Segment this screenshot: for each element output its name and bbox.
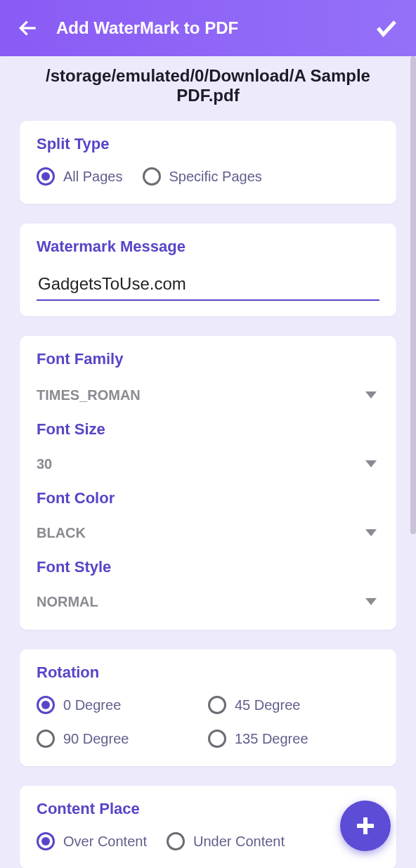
add-fab-button[interactable]	[340, 801, 391, 851]
confirm-check-icon[interactable]	[374, 15, 399, 41]
app-header: Add WaterMark to PDF	[0, 0, 416, 56]
radio-unselected-icon	[37, 730, 55, 748]
svg-marker-4	[365, 598, 377, 605]
watermark-message-card: Watermark Message	[20, 224, 396, 316]
scrollbar-thumb[interactable]	[410, 56, 416, 534]
back-arrow-icon[interactable]	[17, 17, 39, 39]
chevron-down-icon	[363, 593, 379, 610]
radio-specific-pages[interactable]: Specific Pages	[143, 167, 262, 186]
radio-under-content-label: Under Content	[193, 834, 285, 850]
font-card: Font Family TIMES_ROMAN Font Size 30 Fon…	[20, 336, 396, 630]
content-scroll: /storage/emulated/0/Download/A Sample PD…	[0, 56, 416, 868]
radio-rotation-45[interactable]: 45 Degree	[208, 696, 367, 714]
radio-rotation-90-label: 90 Degree	[63, 731, 129, 747]
split-type-title: Split Type	[37, 135, 379, 153]
file-path-label: /storage/emulated/0/Download/A Sample PD…	[0, 56, 416, 121]
radio-selected-icon	[37, 167, 55, 186]
radio-under-content[interactable]: Under Content	[167, 832, 285, 850]
radio-unselected-icon	[208, 696, 226, 714]
svg-marker-1	[365, 391, 377, 399]
content-place-title: Content Place	[37, 800, 379, 818]
font-size-dropdown[interactable]: 30	[37, 451, 379, 485]
page-title: Add WaterMark to PDF	[56, 18, 357, 38]
radio-rotation-0-label: 0 Degree	[63, 697, 121, 713]
radio-rotation-135-label: 135 Degree	[235, 731, 308, 747]
rotation-card: Rotation 0 Degree 45 Degree 90 Degree 13…	[20, 649, 396, 766]
font-style-value: NORMAL	[37, 594, 98, 610]
chevron-down-icon	[363, 524, 379, 541]
radio-unselected-icon	[208, 730, 226, 748]
scrollbar-track	[409, 56, 416, 868]
font-size-value: 30	[37, 456, 52, 472]
rotation-title: Rotation	[37, 663, 379, 682]
watermark-message-input[interactable]	[37, 270, 379, 301]
font-family-title: Font Family	[37, 350, 379, 368]
radio-rotation-90[interactable]: 90 Degree	[37, 730, 195, 748]
radio-unselected-icon	[167, 832, 185, 850]
font-style-dropdown[interactable]: NORMAL	[37, 589, 379, 614]
font-style-title: Font Style	[37, 558, 379, 576]
font-color-value: BLACK	[37, 525, 86, 541]
chevron-down-icon	[363, 455, 379, 472]
radio-over-content-label: Over Content	[63, 834, 147, 850]
svg-marker-2	[365, 460, 377, 467]
radio-unselected-icon	[143, 167, 161, 186]
svg-marker-3	[365, 529, 377, 536]
radio-rotation-0[interactable]: 0 Degree	[37, 696, 195, 714]
radio-over-content[interactable]: Over Content	[37, 832, 147, 850]
chevron-down-icon	[363, 387, 379, 403]
radio-all-pages[interactable]: All Pages	[37, 167, 123, 186]
radio-selected-icon	[37, 832, 55, 850]
radio-specific-pages-label: Specific Pages	[169, 169, 262, 185]
radio-rotation-45-label: 45 Degree	[235, 697, 300, 713]
watermark-message-title: Watermark Message	[37, 238, 379, 256]
radio-rotation-135[interactable]: 135 Degree	[208, 730, 367, 748]
radio-selected-icon	[37, 696, 55, 714]
font-family-dropdown[interactable]: TIMES_ROMAN	[37, 382, 379, 416]
font-size-title: Font Size	[37, 420, 379, 439]
font-family-value: TIMES_ROMAN	[37, 387, 141, 403]
radio-all-pages-label: All Pages	[63, 169, 123, 185]
font-color-dropdown[interactable]: BLACK	[37, 520, 379, 554]
split-type-card: Split Type All Pages Specific Pages	[20, 121, 396, 204]
font-color-title: Font Color	[37, 489, 379, 507]
